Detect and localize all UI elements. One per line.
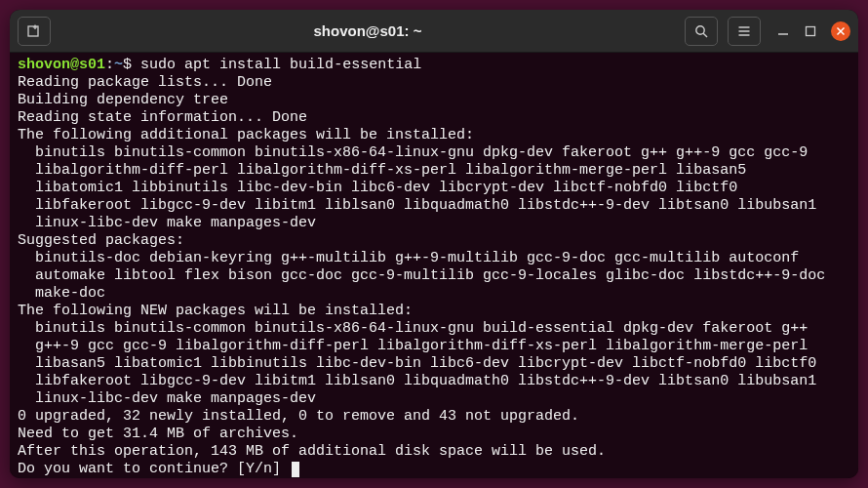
terminal-body[interactable]: shovon@s01:~$ sudo apt install build-ess…: [10, 53, 858, 478]
output-line: make-doc: [18, 285, 105, 302]
svg-rect-9: [807, 26, 815, 35]
output-line: libalgorithm-diff-perl libalgorithm-diff…: [18, 162, 746, 179]
maximize-button[interactable]: [804, 24, 817, 38]
prompt-host: s01: [79, 57, 105, 73]
output-line: Suggested packages:: [18, 232, 184, 249]
titlebar-right: [685, 17, 850, 46]
output-line: libfakeroot libgcc-9-dev libitm1 liblsan…: [18, 373, 816, 389]
output-line: Building dependency tree: [18, 92, 228, 108]
window-title: shovon@s01: ~: [51, 22, 685, 39]
menu-button[interactable]: [728, 17, 761, 46]
prompt-at: @: [70, 57, 79, 73]
output-line: 0 upgraded, 32 newly installed, 0 to rem…: [18, 408, 579, 425]
search-icon: [693, 23, 709, 39]
output-line: Need to get 31.4 MB of archives.: [18, 426, 298, 442]
prompt-path: ~: [114, 57, 123, 73]
close-button[interactable]: [831, 21, 850, 41]
output-line: The following additional packages will b…: [18, 127, 474, 143]
prompt-colon: :: [105, 57, 114, 73]
output-line: linux-libc-dev make manpages-dev: [18, 215, 316, 231]
new-tab-icon: [26, 23, 42, 39]
output-line: automake libtool flex bison gcc-doc gcc-…: [18, 267, 825, 284]
minimize-button[interactable]: [776, 24, 790, 38]
output-line: libasan5 libatomic1 libbinutils libc-dev…: [18, 355, 816, 372]
titlebar-left: [18, 17, 51, 46]
output-line: binutils binutils-common binutils-x86-64…: [18, 320, 808, 337]
terminal-window: shovon@s01: ~ shovon@s01:~$ sudo apt: [10, 10, 858, 478]
output-line: Reading state information... Done: [18, 109, 307, 126]
minimize-icon: [777, 25, 789, 37]
window-controls: [776, 21, 850, 41]
output-line: linux-libc-dev make manpages-dev: [18, 390, 316, 407]
output-line: binutils binutils-common binutils-x86-64…: [18, 144, 808, 161]
search-button[interactable]: [685, 17, 718, 46]
prompt-user: shovon: [18, 57, 70, 73]
command-text: sudo apt install build-essential: [140, 57, 421, 73]
titlebar: shovon@s01: ~: [10, 10, 858, 53]
output-line: The following NEW packages will be insta…: [18, 303, 413, 319]
cursor: [292, 462, 299, 477]
output-line: g++-9 gcc gcc-9 libalgorithm-diff-perl l…: [18, 338, 808, 354]
svg-rect-0: [28, 26, 38, 36]
hamburger-icon: [736, 23, 752, 39]
svg-point-3: [696, 25, 704, 33]
svg-line-4: [703, 33, 707, 37]
prompt-dollar: $: [123, 57, 140, 73]
maximize-icon: [805, 25, 816, 37]
output-line: libfakeroot libgcc-9-dev libitm1 liblsan…: [18, 197, 816, 214]
output-line: libatomic1 libbinutils libc-dev-bin libc…: [18, 180, 737, 196]
output-line: binutils-doc debian-keyring g++-multilib…: [18, 250, 799, 266]
output-line: After this operation, 143 MB of addition…: [18, 443, 606, 460]
close-icon: [836, 26, 846, 36]
new-tab-button[interactable]: [18, 17, 51, 46]
output-line: Reading package lists... Done: [18, 74, 272, 91]
prompt-continue: Do you want to continue? [Y/n]: [18, 461, 290, 477]
